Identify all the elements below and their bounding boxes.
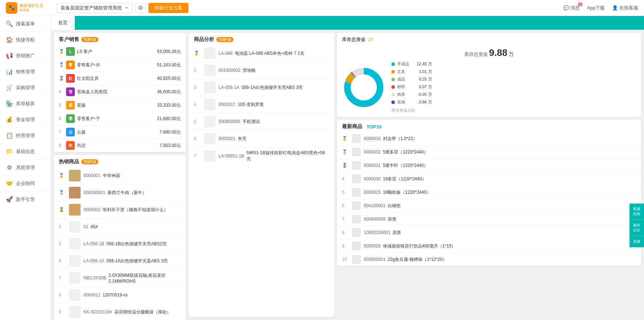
list-item: 4 0000017 10S 变刺罗浆 — [189, 96, 334, 113]
customer-name: LS 客户 — [77, 49, 157, 55]
product-thumbnail — [69, 255, 81, 267]
customer-sales-badge: TOP10 — [81, 37, 98, 42]
rank-number: 5 — [342, 190, 349, 195]
hot-products-title: 热销商品 — [59, 159, 79, 165]
float-btn-service[interactable]: 客服热线 — [629, 204, 644, 220]
sidebar-item-basic-info[interactable]: 📁 基础信息 — [0, 144, 50, 160]
legend-dot — [391, 70, 395, 74]
product-name: 10S 变刺罗浆 — [238, 102, 329, 108]
tab-home-label: 首页 — [58, 20, 68, 26]
gear-button[interactable]: ⚙ — [135, 3, 146, 13]
product-name: 手机测试 — [242, 119, 329, 125]
customer-name: 零售客户-于 — [77, 116, 157, 122]
list-item: 🥉 0000031 5厘中纤（1220*2440） — [337, 159, 641, 172]
tab-home[interactable]: 首页 — [51, 16, 75, 30]
product-name: 新西兰牛肉（新牛） — [107, 190, 181, 196]
product-name: 白钢垫 — [388, 203, 636, 209]
inventory-count: 27 — [368, 37, 373, 42]
system-selector[interactable]: 装备及固定资产辅助管理系统 ▼ — [57, 3, 133, 13]
product-thumbnail — [352, 188, 361, 197]
inventory-card: 库存总资金 27 库存总资金 9.88 万 — [337, 33, 641, 117]
avatar: 零 — [66, 61, 75, 69]
inventory-unit: 万 — [509, 51, 514, 57]
customer-amount: 7,680.00元 — [159, 129, 181, 135]
app-download-btn[interactable]: App下载 — [587, 5, 605, 11]
table-row: 🥉 红 红太阳文具 40,925.00元 — [54, 72, 186, 85]
legend-dot — [391, 62, 395, 66]
product-name: 雪地靴 — [242, 67, 329, 74]
float-btn-live[interactable]: 直播 — [629, 236, 644, 247]
product-thumbnail — [204, 82, 216, 93]
product-thumbnail — [204, 133, 216, 144]
sidebar-item-search[interactable]: 🔍 搜索菜单 — [0, 16, 50, 32]
medal-icon: 🥇 — [59, 173, 66, 178]
message-btn[interactable]: 💬 消息 6 — [563, 5, 580, 11]
product-thumbnail — [69, 221, 81, 233]
product-name: 12070519-xs — [103, 292, 181, 298]
rank-number: 6 — [59, 258, 66, 263]
sidebar-item-quicknav[interactable]: 🏠 快捷导航 — [0, 32, 50, 48]
float-btn-community[interactable]: 服务社区 — [629, 220, 644, 236]
customer-amount: 33,333.00元 — [157, 102, 181, 108]
customer-sales-header: 客户销售 TOP10 — [54, 33, 186, 45]
list-item: 6 LA-056-1A 056-1A白色按键开关盖ABS 3壳 — [54, 253, 186, 270]
avatar: 尚 — [66, 141, 75, 150]
sidebar-item-operations[interactable]: 📋 经营管理 — [0, 128, 50, 144]
list-item: 🥈 000500001 新西兰牛肉（新牛） — [54, 184, 186, 201]
list-item: 🥉 0000002 智利车子里（规格不知道填什么） — [54, 201, 186, 218]
search-icon: 🔍 — [6, 20, 13, 27]
hot-products-badge: TOP10 — [81, 159, 98, 164]
dropdown-arrow-icon: ▼ — [125, 6, 129, 10]
cart-icon: 🛒 — [6, 84, 13, 91]
product-name: 中华神器 — [103, 173, 181, 179]
legend-dot — [391, 93, 395, 97]
avatar: 零 — [66, 114, 75, 123]
customer-name: 星扬 — [77, 102, 157, 108]
sidebar-item-purchase[interactable]: 🛒 采购管理 — [0, 80, 50, 96]
sidebar-item-label: 搜索菜单 — [16, 21, 35, 27]
sidebar-item-sales[interactable]: 📊 销售管理 — [0, 64, 50, 80]
product-thumbnail — [69, 272, 81, 284]
list-item: 🥇 0000033 封边带（1.0*22） — [337, 132, 641, 145]
product-code: LA-056-1A — [219, 85, 239, 90]
sidebar-item-label: 系统管理 — [16, 164, 35, 171]
product-thumbnail — [204, 99, 216, 110]
sidebar-item-guide[interactable]: 🚀 新手引导 — [0, 192, 50, 208]
table-row: 8 尚 尚态 7,563.00元 — [54, 139, 186, 152]
list-item: 🥇 0000001 中华神器 — [54, 167, 186, 184]
sidebar-item-system[interactable]: ⚙ 系统管理 — [0, 160, 50, 176]
medal-icon: 🥇 — [59, 49, 66, 54]
sidebar-item-inventory[interactable]: 🏪 库存核算 — [0, 96, 50, 112]
product-code: 0000021 — [219, 136, 236, 141]
avatar: L — [66, 47, 75, 56]
product-thumbnail — [352, 175, 361, 183]
product-thumbnail — [352, 215, 361, 223]
product-code: 0000017 — [219, 102, 236, 107]
product-thumbnail — [69, 187, 81, 198]
product-thumbnail — [204, 150, 216, 162]
product-thumbnail — [204, 65, 216, 76]
message-label: 💬 消息 — [563, 5, 580, 11]
list-item: 9 0000028 体城嘉枝味苏打饮品400毫升（1*15） — [337, 239, 641, 253]
product-thumbnail — [352, 201, 361, 210]
sidebar-item-marketing[interactable]: 📢 营销推广 — [0, 48, 50, 64]
sidebar-item-cooperation[interactable]: 🤝 企业协同 — [0, 176, 50, 192]
list-item: 🥈 0000032 5厘多层（1220*2440） — [337, 145, 641, 159]
product-code: 0000032 — [364, 149, 381, 155]
product-code: 000800008 — [364, 217, 386, 222]
product-thumbnail — [352, 255, 361, 264]
medal-icon: 🥉 — [59, 207, 66, 212]
list-item: 6 0000021 夹壳 — [189, 130, 334, 147]
product-thumbnail — [69, 289, 81, 301]
rank-number: 8 — [59, 143, 66, 148]
inventory-label: 库存总资金 — [464, 52, 489, 57]
sidebar-item-finance[interactable]: 💰 资金管理 — [0, 112, 50, 128]
customer-amount: 36,600.00元 — [157, 89, 181, 95]
online-service-btn[interactable]: 👤 在线客服 — [612, 5, 638, 11]
handshake-icon: 🤝 — [6, 180, 13, 187]
logo-badge: 标准版 — [20, 8, 44, 13]
top-header: 🐾 畅捷通好生意 标准版 装备及固定资产辅助管理系统 ▼ ⚙ 体验行业方案 💬 … — [0, 0, 644, 16]
trial-button[interactable]: 体验行业方案 — [148, 3, 188, 13]
sidebar-item-label: 新手引导 — [16, 196, 35, 203]
system-name: 装备及固定资产辅助管理系统 — [61, 5, 122, 11]
